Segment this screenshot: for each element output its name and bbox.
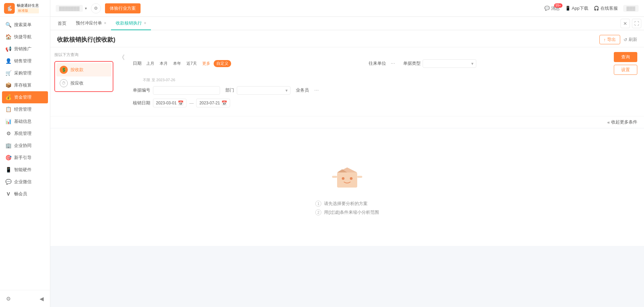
date-tab-7days[interactable]: 近7天 [184,60,199,67]
hardware-icon: 📱 [5,167,11,173]
message-icon: 💬 [544,6,550,11]
date-tab-last-month[interactable]: 上月 [144,60,156,67]
empty-tip-1-text: 请先选择要分析的方案 [324,201,368,207]
staff-field: 业务员 ··· [296,86,321,95]
filter-by-receivable-label: 按应收 [70,80,84,86]
tab-home[interactable]: 首页 [53,17,71,30]
finance-icon: 💰 [5,94,11,100]
query-button[interactable]: 查询 [614,52,637,62]
message-badge: 99+ [554,3,562,8]
date-tab-custom[interactable]: 自定义 [214,60,231,67]
sidebar-label-operation: 经营管理 [14,106,32,112]
settings-icon[interactable]: ⚙ [3,294,13,304]
refresh-button[interactable]: ↺ 刷新 [624,37,637,43]
counterpart-dots[interactable]: ··· [388,59,398,68]
page-header-actions: ↑ 导出 ↺ 刷新 [599,35,638,44]
app-name: 畅捷通好生意 [17,3,39,8]
export-label: 导出 [607,37,616,43]
date-tab-more[interactable]: 更多 [200,60,212,67]
svg-rect-0 [337,172,357,188]
filter-by-receipt[interactable]: 💲 按收款 [56,63,111,76]
maximize-window-button[interactable]: ⛶ [632,19,641,28]
page-title: 收款核销执行(按收款) [57,36,115,44]
sidebar-item-marketing[interactable]: 📢 营销推广 [0,43,50,55]
sidebar-item-inventory[interactable]: 📦 库存核算 [0,79,50,91]
sales-icon: 👤 [5,58,11,64]
sidebar-label-purchase: 采购管理 [14,70,32,76]
collapse-sidebar-icon[interactable]: ◀ [37,294,47,304]
filter-options-box: 💲 按收款 ⏱ 按应收 [54,61,113,92]
enterprise-icon: 🏢 [5,143,11,149]
doc-type-select-wrapper [423,59,476,68]
sidebar-label-search: 搜索菜单 [14,22,32,28]
sidebar-label-shortcut: 快捷导航 [14,34,32,40]
verify-date-start-input[interactable]: 2023-03-01 📅 [153,99,186,107]
verify-date-start-value: 2023-03-01 [156,101,176,105]
receivable-icon: ⏱ [60,79,68,87]
basic-icon: 📊 [5,118,11,124]
verify-date-end-value: 2023-07-21 [199,101,220,105]
sidebar-item-wechat[interactable]: 💬 企业微信 [0,176,50,188]
message-action[interactable]: 💬 消息 99+ [544,5,560,11]
chevron-down-icon[interactable]: ▾ [85,6,87,11]
sidebar-item-sales[interactable]: 👤 销售管理 [0,55,50,67]
user-name[interactable]: ▓▓▓ [623,5,639,12]
staff-dots[interactable]: ··· [312,86,321,95]
date-not-limited-row: 不限 至 2023-07-26 [133,77,637,83]
verify-date-end-input[interactable]: 2023-07-21 📅 [196,99,230,107]
sidebar-item-shortcut[interactable]: 🏠 快捷导航 [0,31,50,43]
sidebar-item-enterprise[interactable]: 🏢 企业协同 [0,140,50,152]
sidebar-item-search[interactable]: 🔍 搜索菜单 [0,19,50,31]
sidebar-item-basic[interactable]: 📊 基础信息 [0,115,50,127]
sidebar-bottom: ⚙ ◀ [0,290,50,307]
sidebar-item-hardware[interactable]: 📱 智能硬件 [0,164,50,176]
guide-icon: 🎯 [5,155,11,161]
close-window-button[interactable]: ✕ [621,19,630,28]
filter-by-receipt-label: 按收款 [70,67,84,73]
sidebar-item-guide[interactable]: 🎯 新手引导 [0,152,50,164]
empty-tip-2-text: 用[过滤]条件来缩小分析范围 [324,209,379,215]
industry-solution-button[interactable]: 体验行业方案 [105,3,141,13]
sidebar-item-system[interactable]: ⚙ 系统管理 [0,127,50,140]
chevron-up-icon: « [607,120,610,125]
settings-gear-icon[interactable]: ⚙ [91,3,101,13]
export-button[interactable]: ↑ 导出 [599,35,621,44]
search-icon: 🔍 [5,22,11,28]
date-to-text: 至 2023-07-26 [152,78,175,83]
sidebar-item-member[interactable]: V 畅会员 [0,188,50,200]
tabbar: 首页 预付冲应付单 × 收款核销执行 × ✕ ⛶ [50,17,644,30]
collapse-more-button[interactable]: « 收起更多条件 [50,116,644,128]
tab-receipt-verify-close[interactable]: × [144,21,146,25]
filter-by-receivable[interactable]: ⏱ 按应收 [56,76,111,90]
filter-title-row: 按以下方查询 [54,52,113,58]
date-tab-this-month[interactable]: 本月 [158,60,170,67]
doc-no-input[interactable] [153,86,220,95]
sidebar-label-sales: 销售管理 [14,58,32,64]
company-name: ▓▓▓▓▓▓▓ [56,5,83,12]
setting-button[interactable]: 设置 [614,65,637,75]
empty-tip-2: 2 用[过滤]条件来缩小分析范围 [315,209,379,215]
sidebar-label-wechat: 企业微信 [14,179,32,185]
filter-title-label: 按以下方查询 [54,52,78,58]
online-service-action[interactable]: 🎧 在线客服 [594,5,618,11]
tab-prepay[interactable]: 预付冲应付单 × [71,17,111,30]
doc-type-select[interactable] [423,59,476,68]
filter-row-2: 单据编号 部门 业务员 ··· [133,86,637,95]
page-header: 收款核销执行(按收款) ↑ 导出 ↺ 刷新 [50,30,644,47]
dept-select-wrapper [237,86,290,95]
sidebar-item-purchase[interactable]: 🛒 采购管理 [0,67,50,79]
sidebar-item-finance[interactable]: 💰 资金管理 [2,91,48,103]
app-download-action[interactable]: 📱 App下载 [565,5,588,11]
tab-prepay-close[interactable]: × [104,21,106,25]
filter-area: 按以下方查询 💲 按收款 ⏱ 按应收 《 [50,47,644,116]
tab-receipt-verify[interactable]: 收款核销执行 × [111,17,151,30]
sidebar-label-basic: 基础信息 [14,118,32,124]
collapse-filter-button[interactable]: 《 [117,52,126,63]
doc-type-field: 单据类型 [403,59,476,68]
date-label: 日期 [133,60,142,66]
sidebar-item-operation[interactable]: 📋 经营管理 [0,103,50,115]
dept-field: 部门 [225,86,290,95]
dept-select[interactable] [237,86,290,95]
empty-tips: 1 请先选择要分析的方案 2 用[过滤]条件来缩小分析范围 [315,201,379,215]
date-tab-this-year[interactable]: 本年 [171,60,183,67]
